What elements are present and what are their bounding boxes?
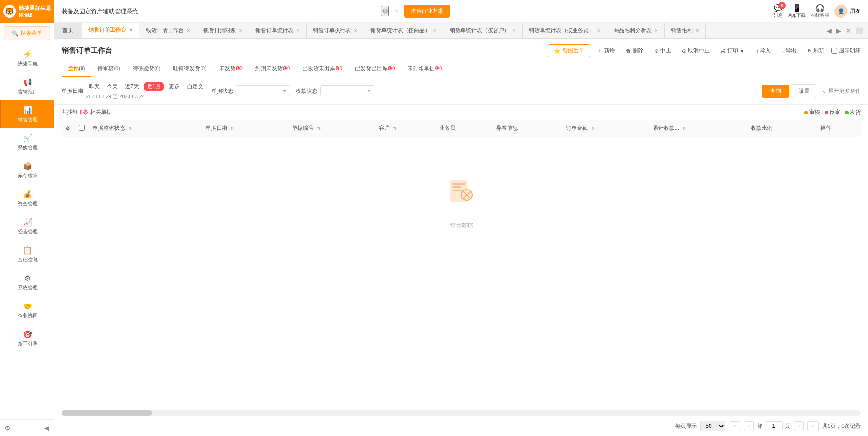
tab-close-icon[interactable]: ✕ <box>433 28 436 33</box>
tab-cash-reconcile[interactable]: 钱货日清对账 ✕ <box>197 23 249 38</box>
sidebar-item-sales[interactable]: 📊 销售管理 <box>0 100 54 128</box>
sub-tab-pending-inspect[interactable]: 待拣验货(0) <box>126 61 167 77</box>
th-collect-ratio: 收款比例 <box>747 120 817 137</box>
sidebar-item-basic-info[interactable]: 📋 基础信息 <box>0 241 54 269</box>
sidebar-item-marketing[interactable]: 📢 营销推广 <box>0 72 54 100</box>
solution-button[interactable]: 体验行业方案 <box>404 5 450 18</box>
filter-date-custom[interactable]: 自定义 <box>184 82 206 91</box>
system-icon: ⚙ <box>24 274 31 283</box>
export-button[interactable]: ↓ 导出 <box>778 45 800 57</box>
filter-date-last7[interactable]: 近7天 <box>122 82 142 91</box>
tab-home[interactable]: 首页 <box>54 23 82 38</box>
import-button[interactable]: ↑ 导入 <box>752 45 774 57</box>
add-button[interactable]: ＋ 新增 <box>594 45 619 57</box>
first-page-button[interactable]: « <box>729 421 740 431</box>
collapse-sidebar-button[interactable]: ◀ <box>44 424 49 431</box>
sub-tab-expired-not-shipped[interactable]: 到期未发货❶0 <box>249 61 296 77</box>
settings-bottom-button[interactable]: ⚙ <box>5 424 10 431</box>
horizontal-scrollbar[interactable] <box>62 410 861 416</box>
show-detail-checkbox[interactable]: 显示明细 <box>831 47 861 55</box>
tab-close-icon[interactable]: ✕ <box>354 28 357 33</box>
filter-date-yesterday[interactable]: 昨天 <box>86 82 102 91</box>
tab-close-icon[interactable]: ✕ <box>654 28 658 33</box>
show-detail-input[interactable] <box>831 48 837 54</box>
sub-tab-all[interactable]: 全部(0) <box>62 61 91 77</box>
sidebar-item-newbie[interactable]: 🎯 新手引导 <box>0 325 54 353</box>
finance-icon: 💰 <box>23 190 32 199</box>
tab-cash-daily[interactable]: 钱货日清工作台 ✕ <box>139 23 197 38</box>
tab-close-icon[interactable]: ✕ <box>129 28 133 33</box>
page-size-select[interactable]: 20 50 100 <box>700 421 725 431</box>
tab-product-margin[interactable]: 商品毛利分析表 ✕ <box>607 23 665 38</box>
anti-review-action-button[interactable]: 反审 <box>825 109 840 116</box>
tab-prev-button[interactable]: ◀ <box>825 25 834 36</box>
tab-maximize-button[interactable]: ⬜ <box>854 25 865 36</box>
add-label: 新增 <box>604 47 615 55</box>
search-menu-button[interactable]: 🔍 搜索菜单 <box>4 26 50 40</box>
app-download-label: App下载 <box>788 12 806 19</box>
setting-button[interactable]: 设置 <box>792 84 816 98</box>
filter-status-select[interactable] <box>236 85 290 96</box>
sidebar-item-purchase[interactable]: 🛒 采购管理 <box>0 128 54 156</box>
sub-tab-wangpu[interactable]: 旺铺待发货(0) <box>167 61 212 77</box>
query-button[interactable]: 查询 <box>762 85 789 98</box>
sidebar-item-inventory[interactable]: 📦 库存核算 <box>0 156 54 185</box>
filter-expand-button[interactable]: ⌄ 展开更多条件 <box>822 87 861 95</box>
filter-payment-item: 收款状态 <box>296 85 374 96</box>
review-action-button[interactable]: 审核 <box>804 109 820 116</box>
col-date-label: 单据日期 <box>206 125 227 131</box>
current-page-input[interactable] <box>765 421 783 431</box>
tab-sales-profit[interactable]: 销售毛利 ✕ <box>665 23 706 38</box>
filter-date-last1m[interactable]: 近1月 <box>144 82 165 91</box>
tab-close-icon[interactable]: ✕ <box>597 28 600 33</box>
tab-sales-single-customer[interactable]: 销货单统计表（按客户） ✕ <box>443 23 523 38</box>
tab-close-icon[interactable]: ✕ <box>296 28 300 33</box>
sub-tab-not-shipped[interactable]: 未发货❶0 <box>213 61 249 77</box>
sub-tab-shipped-out[interactable]: 已发货已出库❶0 <box>349 61 401 77</box>
tab-close-icon[interactable]: ✕ <box>187 28 190 33</box>
suspend-button[interactable]: ⊙ 中止 <box>651 45 675 57</box>
scroll-thumb[interactable] <box>62 410 152 416</box>
cancel-suspend-button[interactable]: ⊙ 取消中止 <box>678 45 713 57</box>
sidebar-item-operations[interactable]: 📈 经营管理 <box>0 213 54 241</box>
column-settings-icon[interactable]: ⚙ <box>65 125 70 132</box>
topbar-message[interactable]: 💬 消息 6 <box>774 4 783 19</box>
tab-close-icon[interactable]: ✕ <box>512 28 516 33</box>
tab-sales-stats[interactable]: 销售订单统计表 ✕ <box>249 23 307 38</box>
tab-close-icon[interactable]: ✕ <box>239 28 242 33</box>
next-page-button[interactable]: › <box>794 421 804 431</box>
select-all-checkbox[interactable] <box>79 125 85 131</box>
tab-next-button[interactable]: ▶ <box>834 25 843 36</box>
topbar-gear-button[interactable]: ⚙ <box>381 6 389 16</box>
tab-sales-single-staff[interactable]: 销货单统计表（按业务员） ✕ <box>523 23 607 38</box>
delete-button[interactable]: 🗑 删除 <box>622 45 647 57</box>
filter-payment-select[interactable] <box>320 85 374 96</box>
tab-sales-workbench[interactable]: 销售订单工作台 ✕ <box>82 23 139 38</box>
tab-close-icon[interactable]: ✕ <box>695 28 699 33</box>
sub-tab-pending-review[interactable]: 待审核(0) <box>91 61 126 77</box>
prev-page-button[interactable]: ‹ <box>744 421 754 431</box>
filter-query-area: 查询 设置 <box>762 84 816 98</box>
sub-tab-not-printed[interactable]: 未打印单据❶0 <box>401 61 448 77</box>
smart-generate-button[interactable]: ⭐ 智能生单 <box>548 44 590 57</box>
tab-close-all-button[interactable]: ✕ <box>844 25 853 36</box>
filter-date-more[interactable]: 更多 <box>166 82 182 91</box>
topbar-user[interactable]: 👤 用友 <box>834 5 861 18</box>
tab-sales-exec[interactable]: 销售订单执行表 ✕ <box>307 23 364 38</box>
cancel-suspend-label: 取消中止 <box>688 47 710 55</box>
sub-tab-shipped-not-out[interactable]: 已发货未出库❶0 <box>296 61 349 77</box>
refresh-button[interactable]: ↻ 刷新 <box>804 45 828 57</box>
basic-info-icon: 📋 <box>23 246 32 255</box>
filter-date-today[interactable]: 今天 <box>104 82 120 91</box>
th-status: 单据整体状态 ⇅ <box>89 120 202 137</box>
topbar-app-download[interactable]: 📱 App下载 <box>788 4 806 19</box>
sidebar-item-quick-nav[interactable]: ⚡ 快捷导航 <box>0 44 54 72</box>
sidebar-item-finance[interactable]: 💰 资金管理 <box>0 185 54 213</box>
ship-action-button[interactable]: 发货 <box>845 109 861 116</box>
last-page-button[interactable]: » <box>807 421 819 431</box>
sidebar-item-system[interactable]: ⚙ 系统管理 <box>0 269 54 297</box>
sidebar-item-coop[interactable]: 🤝 企业协同 <box>0 297 54 325</box>
print-button[interactable]: 🖨 打印 ▼ <box>717 45 748 57</box>
tab-sales-single-product[interactable]: 销货单统计表（按商品） ✕ <box>364 23 443 38</box>
topbar-online-service[interactable]: 🎧 在线客服 <box>811 4 829 19</box>
